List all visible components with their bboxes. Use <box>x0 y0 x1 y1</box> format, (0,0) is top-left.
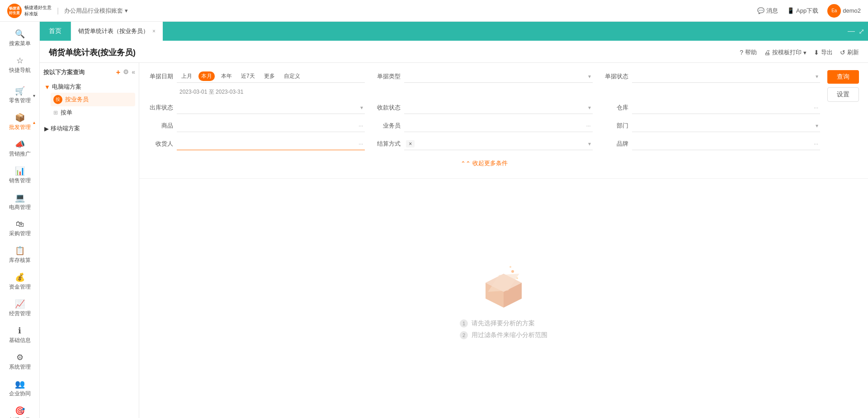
payment-method-field: 结算方式 × ▾ <box>376 138 592 150</box>
nav-path[interactable]: 办公用品行业模拟账套 ▾ <box>64 7 128 15</box>
date-custom-btn[interactable]: 自定义 <box>281 71 303 81</box>
reset-button[interactable]: 设置 <box>827 87 859 102</box>
date-last7-btn[interactable]: 近7天 <box>238 71 258 81</box>
svg-point-4 <box>511 270 514 273</box>
collapse-panel-button[interactable]: « <box>132 68 135 76</box>
add-scheme-button[interactable]: + <box>116 68 120 76</box>
page-actions: ? 帮助 🖨 按模板打印 ▾ ⬇ 导出 ↺ 刷新 <box>740 48 859 57</box>
scheme-item-salesperson[interactable]: 按 按业务员 <box>51 93 135 106</box>
brand-field: 品牌 ··· <box>604 138 820 150</box>
date-this-month-btn[interactable]: 本月 <box>198 71 215 81</box>
svg-point-6 <box>509 266 511 268</box>
order-type-control[interactable]: ▾ <box>404 70 592 83</box>
mobile-scheme-section[interactable]: ▶ 移动端方案 <box>43 123 135 134</box>
order-status-control[interactable]: ▾ <box>632 70 820 83</box>
sidebar-item-system[interactable]: ⚙ 系统管理 <box>2 349 38 375</box>
sidebar-item-basicinfo[interactable]: ℹ 基础信息 <box>2 322 38 348</box>
goods-field: 商品 ··· <box>148 119 365 132</box>
sidebar-item-quicknav[interactable]: ☆ 快捷导航 <box>2 52 38 78</box>
filter-fields: 单据日期 上月 本月 本年 近7天 更多 自定义 <box>148 70 820 171</box>
pc-scheme-label: 电脑端方案 <box>52 83 81 91</box>
sidebar-item-operations[interactable]: 📈 经营管理 <box>2 295 38 321</box>
refresh-label: 刷新 <box>847 48 859 57</box>
sidebar-item-sales[interactable]: 📊 销售管理 <box>2 162 38 188</box>
sidebar-item-newbie[interactable]: 🎯 新手引导 <box>2 402 38 418</box>
top-bar-left: 畅捷通好生意 畅捷通好生意 标准版 | 办公用品行业模拟账套 ▾ <box>7 4 128 18</box>
salesperson-label: 业务员 <box>376 122 401 130</box>
system-icon: ⚙ <box>16 352 24 362</box>
collapse-button[interactable]: ⌃⌃ 收起更多条件 <box>461 159 508 167</box>
brand-label: 品牌 <box>604 140 628 148</box>
date-filter-control[interactable]: 上月 本月 本年 近7天 更多 自定义 <box>177 70 365 83</box>
sidebar-item-finance[interactable]: 💰 资金管理 <box>2 269 38 294</box>
sidebar-label-operations: 经营管理 <box>9 310 31 318</box>
sidebar-label-system: 系统管理 <box>9 363 31 371</box>
app-download-button[interactable]: 📱 App下载 <box>787 7 818 15</box>
retail-expand-icon: ▾ <box>33 93 35 98</box>
tip-1-text: 请先选择要分析的方案 <box>472 319 535 328</box>
sidebar-item-collab[interactable]: 👥 企业协同 <box>2 375 38 401</box>
sidebar-item-ecommerce[interactable]: 💻 电商管理 <box>2 189 38 215</box>
out-status-control[interactable]: ▾ <box>177 101 365 114</box>
ecommerce-icon: 💻 <box>15 193 25 203</box>
print-arrow-icon: ▾ <box>803 49 807 56</box>
order-status-label: 单据状态 <box>604 72 628 81</box>
help-button[interactable]: ? 帮助 <box>740 48 757 57</box>
print-button[interactable]: 🖨 按模板打印 ▾ <box>764 48 807 57</box>
salesperson-dots-icon: ··· <box>586 123 591 129</box>
wholesale-expand-icon: ▴ <box>33 119 35 124</box>
warehouse-control[interactable]: ··· <box>632 101 820 114</box>
empty-illustration <box>476 258 531 312</box>
department-control[interactable]: ▾ <box>632 119 820 132</box>
query-buttons: 查询 设置 <box>827 70 859 102</box>
maximize-button[interactable]: ⤢ <box>859 27 864 36</box>
sidebar-item-inventory[interactable]: 📋 库存核算 <box>2 242 38 268</box>
app-download-icon: 📱 <box>787 7 794 14</box>
mobile-scheme-caret-icon: ▶ <box>44 125 49 132</box>
user-name: demo2 <box>843 7 861 14</box>
date-more-btn[interactable]: 更多 <box>261 71 278 81</box>
tip-1-num: 1 <box>460 319 468 328</box>
minimize-button[interactable]: — <box>848 27 855 35</box>
content-area: 首页 销货单统计表（按业务员） × — ⤢ 销货单统计表(按业务员) ? 帮助 … <box>40 22 868 418</box>
message-button[interactable]: 💬 消息 <box>757 7 778 15</box>
brand-dots-icon: ··· <box>814 141 818 147</box>
tab-active[interactable]: 销货单统计表（按业务员） × <box>71 22 163 41</box>
sidebar-item-search[interactable]: 🔍 搜索菜单 <box>2 25 38 51</box>
sidebar-item-retail[interactable]: 🛒 零售管理 ▾ <box>2 82 38 108</box>
payment-method-control[interactable]: × ▾ <box>404 138 592 150</box>
export-button[interactable]: ⬇ 导出 <box>814 48 833 57</box>
logo-area[interactable]: 畅捷通好生意 畅捷通好生意 标准版 <box>7 4 52 18</box>
filter-row-4: 收货人 ··· 结算方式 × <box>148 138 820 150</box>
receiver-control[interactable]: ··· <box>177 138 365 150</box>
payment-status-control[interactable]: ▾ <box>404 101 592 114</box>
date-last-month-btn[interactable]: 上月 <box>179 71 195 81</box>
goods-control[interactable]: ··· <box>177 119 365 132</box>
sidebar-item-purchase[interactable]: 🛍 采购管理 <box>2 216 38 241</box>
export-label: 导出 <box>821 48 833 57</box>
scheme-item-order[interactable]: ⊞ 按单 <box>51 106 135 119</box>
goods-dots-icon: ··· <box>359 123 363 129</box>
query-button[interactable]: 查询 <box>827 70 859 84</box>
collapse-row: ⌃⌃ 收起更多条件 <box>148 156 820 171</box>
payment-tag-close[interactable]: × <box>409 141 412 147</box>
tab-home[interactable]: 首页 <box>40 22 71 41</box>
refresh-button[interactable]: ↺ 刷新 <box>840 48 859 57</box>
pc-scheme-title[interactable]: ▼ 电脑端方案 <box>43 81 135 93</box>
collapse-up-icon: ⌃⌃ <box>461 160 471 167</box>
order-type-field: 单据类型 ▾ <box>376 70 592 83</box>
tab-close-button[interactable]: × <box>152 28 156 34</box>
settings-scheme-button[interactable]: ⚙ <box>123 68 129 76</box>
sidebar-item-marketing[interactable]: 📣 营销推广 <box>2 136 38 162</box>
salesperson-control[interactable]: ··· <box>404 119 592 132</box>
brand-control[interactable]: ··· <box>632 138 820 150</box>
filter-section: 单据日期 上月 本月 本年 近7天 更多 自定义 <box>148 70 859 171</box>
nav-path-text: 办公用品行业模拟账套 <box>64 7 123 15</box>
user-menu[interactable]: Ea demo2 <box>827 4 861 18</box>
date-this-year-btn[interactable]: 本年 <box>218 71 235 81</box>
sidebar-item-wholesale[interactable]: 📦 批发管理 ▴ <box>2 109 38 135</box>
date-range-text: 2023-03-01 至 2023-03-31 <box>179 88 243 96</box>
main-layout: 🔍 搜索菜单 ☆ 快捷导航 🛒 零售管理 ▾ 📦 批发管理 ▴ 📣 营销推广 📊… <box>0 22 868 418</box>
wholesale-icon: 📦 <box>15 113 25 123</box>
tab-home-label: 首页 <box>49 27 61 35</box>
